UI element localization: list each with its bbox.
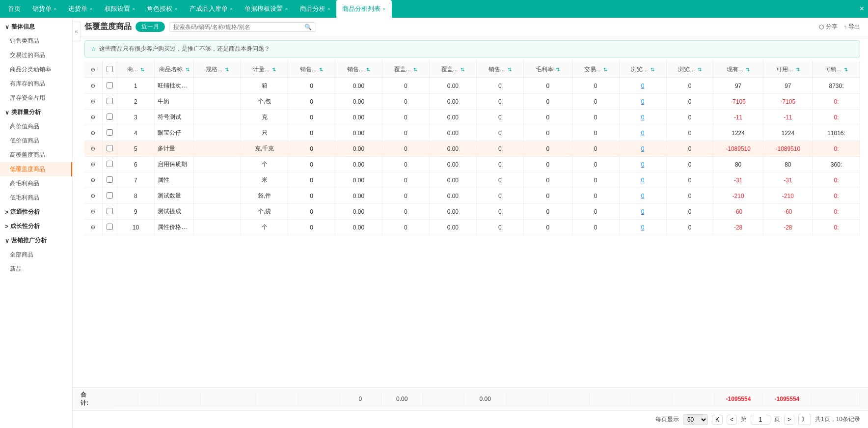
sort-unit-icon[interactable]: ⇅: [272, 67, 276, 72]
row-browse1[interactable]: 0: [619, 110, 666, 125]
sidebar-collapse-button[interactable]: «: [73, 22, 81, 41]
col-gear[interactable]: ⚙: [84, 61, 102, 78]
col-cov1[interactable]: 覆盖... ⇅: [382, 61, 429, 78]
row-checkbox-cell[interactable]: [102, 204, 117, 220]
row-checkbox[interactable]: [107, 114, 113, 120]
row-checkbox[interactable]: [107, 192, 113, 199]
sort-code-icon[interactable]: ⇅: [140, 67, 144, 72]
row-settings-icon[interactable]: ⚙: [84, 125, 102, 141]
sidebar-item-high-margin[interactable]: 高毛利商品: [0, 176, 72, 191]
row-settings-icon[interactable]: ⚙: [84, 157, 102, 172]
col-unit[interactable]: 计量... ⇅: [241, 61, 288, 78]
col-browse2[interactable]: 浏览... ⇅: [666, 61, 713, 78]
browse1-link[interactable]: 0: [641, 98, 645, 105]
sidebar-item-high-value[interactable]: 高价值商品: [0, 119, 72, 134]
browse1-link[interactable]: 0: [641, 83, 645, 89]
row-checkbox-cell[interactable]: [102, 157, 117, 172]
share-button[interactable]: ⬡ 分享: [819, 23, 838, 31]
next-page-button[interactable]: >: [784, 415, 794, 425]
search-input[interactable]: [173, 24, 302, 30]
close-tab-finished-goods[interactable]: ×: [230, 0, 233, 18]
sidebar-item-high-coverage[interactable]: 高覆盖度商品: [0, 148, 72, 162]
row-settings-icon[interactable]: ⚙: [84, 172, 102, 188]
browse1-link[interactable]: 0: [641, 193, 645, 200]
close-tab-sales[interactable]: ×: [54, 0, 56, 18]
browse1-link[interactable]: 0: [641, 224, 645, 231]
row-checkbox[interactable]: [107, 98, 113, 104]
sort-cov1-icon[interactable]: ⇅: [413, 67, 417, 72]
row-browse1[interactable]: 0: [619, 172, 666, 188]
sort-name-icon[interactable]: ⇅: [186, 67, 190, 72]
col-saleable[interactable]: 可销... ⇅: [813, 61, 860, 78]
row-checkbox[interactable]: [107, 224, 113, 230]
row-settings-icon[interactable]: ⚙: [84, 204, 102, 220]
sidebar-section-liquidity[interactable]: > 流通性分析: [0, 205, 72, 219]
nav-tab-roles[interactable]: 角色授权 ×: [141, 0, 183, 18]
sort-browse2-icon[interactable]: ⇅: [698, 67, 702, 72]
row-checkbox-cell[interactable]: [102, 78, 117, 94]
row-checkbox[interactable]: [107, 129, 113, 136]
browse1-link[interactable]: 0: [641, 130, 645, 137]
close-tab-permissions[interactable]: ×: [132, 0, 135, 18]
browse1-link[interactable]: 0: [641, 145, 645, 152]
export-button[interactable]: ↑ 导出: [843, 23, 860, 31]
browse1-link[interactable]: 0: [641, 208, 645, 215]
close-tab-roles[interactable]: ×: [174, 0, 177, 18]
sidebar-item-low-margin[interactable]: 低毛利商品: [0, 191, 72, 205]
row-browse1[interactable]: 0: [619, 220, 666, 235]
nav-tab-permissions[interactable]: 权限设置 ×: [99, 0, 141, 18]
close-all-tabs[interactable]: ×: [860, 4, 864, 13]
row-settings-icon[interactable]: ⚙: [84, 110, 102, 125]
nav-tab-sales[interactable]: 销货单 ×: [27, 0, 62, 18]
sidebar-section-marketing[interactable]: ∨ 营销推广分析: [0, 233, 72, 248]
nav-tab-finished-goods[interactable]: 产成品入库单 ×: [184, 0, 239, 18]
search-icon[interactable]: 🔍: [304, 24, 312, 30]
row-checkbox-cell[interactable]: [102, 110, 117, 125]
col-code[interactable]: 商... ⇅: [117, 61, 155, 78]
browse1-link[interactable]: 0: [641, 161, 645, 168]
row-checkbox-cell[interactable]: [102, 141, 117, 157]
sidebar-item-new-goods[interactable]: 新品: [0, 262, 72, 276]
select-all-checkbox[interactable]: [107, 66, 113, 72]
row-checkbox-cell[interactable]: [102, 220, 117, 235]
browse1-link[interactable]: 0: [641, 114, 645, 121]
nav-tab-analysis-list[interactable]: 商品分析列表 ×: [336, 0, 391, 18]
sidebar-item-traded-goods[interactable]: 交易过的商品: [0, 48, 72, 62]
row-browse1[interactable]: 0: [619, 157, 666, 172]
col-cov2[interactable]: 覆盖... ⇅: [429, 61, 476, 78]
nav-tab-template-settings[interactable]: 单据模板设置 ×: [239, 0, 294, 18]
row-settings-icon[interactable]: ⚙: [84, 94, 102, 110]
sort-current-icon[interactable]: ⇅: [746, 67, 750, 72]
row-checkbox-cell[interactable]: [102, 172, 117, 188]
gear-icon[interactable]: ⚙: [90, 66, 96, 73]
close-tab-analysis-list[interactable]: ×: [382, 0, 385, 18]
row-settings-icon[interactable]: ⚙: [84, 188, 102, 204]
close-tab-template-settings[interactable]: ×: [285, 0, 288, 18]
sidebar-item-sales-goods[interactable]: 销售类商品: [0, 34, 72, 48]
sort-gross-rate-icon[interactable]: ⇅: [556, 67, 560, 72]
sort-browse1-icon[interactable]: ⇅: [651, 67, 654, 72]
row-checkbox[interactable]: [107, 145, 113, 151]
row-checkbox[interactable]: [107, 82, 113, 88]
sort-sales-qty-icon[interactable]: ⇅: [319, 67, 323, 72]
sidebar-item-stocked-goods[interactable]: 有库存的商品: [0, 77, 72, 91]
sidebar-item-category-turnover[interactable]: 商品分类动销率: [0, 62, 72, 77]
sidebar-section-growth[interactable]: > 成长性分析: [0, 219, 72, 233]
row-checkbox[interactable]: [107, 176, 113, 183]
sort-available-icon[interactable]: ⇅: [796, 67, 800, 72]
col-name[interactable]: 商品名称 ⇅: [155, 61, 194, 78]
page-size-select[interactable]: 50 100 200: [683, 414, 708, 425]
close-tab-product-analysis[interactable]: ×: [327, 0, 330, 18]
row-settings-icon[interactable]: ⚙: [84, 141, 102, 157]
close-tab-purchase[interactable]: ×: [89, 0, 92, 18]
col-available[interactable]: 可用... ⇅: [763, 61, 813, 78]
page-number-input[interactable]: [751, 415, 770, 425]
col-sales-x[interactable]: 销售... ⇅: [476, 61, 523, 78]
nav-tab-purchase[interactable]: 进货单 ×: [62, 0, 98, 18]
row-browse1[interactable]: 0: [619, 78, 666, 94]
col-current[interactable]: 现有... ⇅: [713, 61, 763, 78]
row-checkbox-cell[interactable]: [102, 94, 117, 110]
prev-page-button[interactable]: <: [727, 415, 737, 425]
filter-button[interactable]: 近一月: [136, 22, 165, 32]
nav-tab-home[interactable]: 首页: [2, 0, 27, 18]
